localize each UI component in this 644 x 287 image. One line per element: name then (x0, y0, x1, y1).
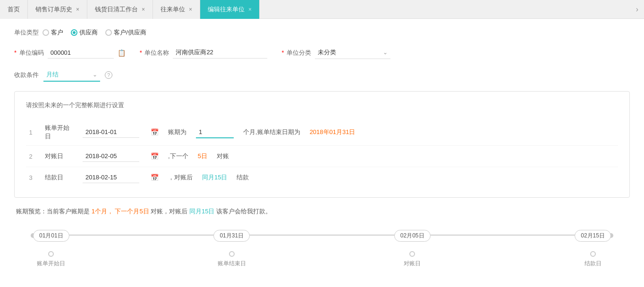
payment-row: 收款条件 月结 ⌄ ? (14, 68, 630, 82)
node-label-1: 账单开始日 (37, 260, 65, 268)
node-dot-2 (229, 251, 235, 257)
tab-cash-work[interactable]: 钱货日清工作台 × (87, 0, 153, 19)
close-partner-units[interactable]: × (189, 6, 192, 13)
main-content: 单位类型 客户 供应商 客户/供应商 * 单位编码 (0, 19, 644, 287)
desc-period-after: 个月,账单结束日期为 (243, 128, 300, 136)
preview-part2: 下一个月5日 (115, 208, 149, 215)
unit-category-select[interactable]: 未分类 ⌄ (315, 46, 390, 59)
node-dot-3 (409, 251, 415, 257)
setting-row-1: 1 账单开始日 📅 账期为 个月,账单结束日期为 2018年01月31日 (26, 119, 618, 146)
tab-sales-history[interactable]: 销售订单历史 × (28, 0, 87, 19)
unit-type-row: 单位类型 客户 供应商 客户/供应商 (14, 28, 630, 37)
radio-both-circle (105, 29, 112, 36)
preview-part2-suffix: 对账，对账后 (151, 208, 187, 215)
help-icon[interactable]: ? (105, 71, 112, 79)
unit-name-label: * 单位名称 (140, 49, 169, 57)
unit-info-row: * 单位编码 📋 * 单位名称 * 单位分类 未分类 ⌄ (14, 46, 630, 59)
node-dot-4 (590, 251, 596, 257)
row-label-1: 账单开始日 (45, 124, 73, 141)
radio-customer[interactable]: 客户 (42, 28, 63, 37)
row-num-3: 3 (26, 174, 35, 181)
preview-part3: 同月15日 (189, 208, 214, 215)
unit-type-field: 单位类型 客户 供应商 客户/供应商 (14, 28, 146, 37)
row-num-1: 1 (26, 129, 35, 136)
radio-supplier-label: 供应商 (79, 28, 98, 37)
payment-day-highlight: 同月15日 (202, 173, 227, 182)
radio-customer-circle (42, 29, 49, 36)
copy-icon[interactable]: 📋 (118, 49, 126, 57)
settings-panel: 请按照未来的一个完整帐期进行设置 1 账单开始日 📅 账期为 个月,账单结束日期… (14, 91, 630, 198)
start-date-input[interactable] (83, 127, 139, 138)
preview-section: 账期预览：当前客户账期是 1个月， 下一个月5日 对账，对账后 同月15日 该客… (14, 207, 630, 216)
tab-home[interactable]: 首页 (0, 0, 28, 19)
payment-condition-value: 月结 (46, 70, 93, 79)
desc-reconcile-1: ,下一个 (168, 152, 188, 160)
unit-name-input[interactable] (173, 47, 267, 59)
radio-group: 客户 供应商 客户/供应商 (42, 28, 146, 37)
desc-period-before: 账期为 (168, 128, 186, 136)
calendar-icon-3[interactable]: 📅 (151, 174, 159, 181)
reconcile-day-highlight: 5日 (198, 152, 207, 160)
radio-customer-label: 客户 (51, 28, 63, 37)
unit-code-field: * 单位编码 📋 (14, 47, 126, 59)
close-cash-work[interactable]: × (142, 6, 145, 13)
payment-condition-select[interactable]: 月结 ⌄ (43, 68, 100, 82)
reconcile-date-input[interactable] (83, 151, 139, 162)
desc-reconcile-2: 对账 (217, 152, 229, 160)
row-label-2: 对账日 (45, 152, 73, 160)
node-bubble-2: 01月31日 (213, 230, 250, 242)
close-edit-partner[interactable]: × (248, 6, 252, 13)
calendar-icon-2[interactable]: 📅 (151, 152, 159, 160)
timeline-node-2: 01月31日 账单结束日 (213, 230, 250, 268)
unit-category-value: 未分类 (318, 48, 383, 57)
radio-supplier[interactable]: 供应商 (71, 28, 98, 37)
unit-name-field: * 单位名称 (140, 47, 268, 59)
unit-category-label: * 单位分类 (281, 49, 311, 57)
unit-code-input[interactable] (48, 47, 114, 59)
row-num-2: 2 (26, 153, 35, 160)
timeline-node-3: 02月05日 对账日 (394, 230, 431, 268)
unit-category-field: * 单位分类 未分类 ⌄ (281, 46, 390, 59)
preview-suffix: 该客户会给我打款。 (216, 208, 271, 215)
payment-condition-label: 收款条件 (14, 71, 39, 79)
node-label-3: 对账日 (404, 260, 421, 268)
radio-both-label: 客户/供应商 (114, 28, 146, 37)
row-label-3: 结款日 (45, 173, 73, 182)
node-dot-1 (48, 251, 54, 257)
node-bubble-1: 01月01日 (33, 230, 69, 242)
payment-chevron-icon: ⌄ (93, 71, 97, 78)
tab-partner-units[interactable]: 往来单位 × (153, 0, 200, 19)
timeline-node-1: 01月01日 账单开始日 (33, 230, 69, 268)
desc-payment-2: 结款 (237, 173, 249, 182)
payment-date-input[interactable] (83, 172, 139, 183)
end-date-highlight: 2018年01月31日 (310, 128, 356, 136)
node-bubble-3: 02月05日 (394, 230, 431, 242)
calendar-icon-1[interactable]: 📅 (151, 128, 159, 136)
setting-row-2: 2 对账日 📅 ,下一个 5日 对账 (26, 146, 618, 167)
tab-expand-icon[interactable]: › (630, 5, 644, 14)
tab-edit-partner[interactable]: 编辑往来单位 × (200, 0, 260, 19)
panel-title: 请按照未来的一个完整帐期进行设置 (26, 101, 618, 110)
unit-code-label: * 单位编码 (14, 49, 44, 57)
radio-supplier-circle (71, 29, 77, 36)
timeline: 01月01日 账单开始日 01月31日 账单结束日 02月05日 对账日 (14, 225, 630, 282)
node-label-2: 账单结束日 (218, 260, 246, 268)
close-sales-history[interactable]: × (76, 6, 79, 13)
desc-payment-1: ，对账后 (168, 173, 193, 182)
chevron-down-icon: ⌄ (383, 49, 388, 56)
setting-row-3: 3 结款日 📅 ，对账后 同月15日 结款 (26, 167, 618, 188)
timeline-nodes: 01月01日 账单开始日 01月31日 账单结束日 02月05日 对账日 (14, 230, 630, 268)
node-label-4: 结款日 (585, 260, 602, 268)
node-bubble-4: 02月15日 (575, 230, 611, 242)
unit-type-label: 单位类型 (14, 28, 39, 37)
radio-both[interactable]: 客户/供应商 (105, 28, 146, 37)
preview-prefix: 账期预览：当前客户账期是 (16, 208, 90, 215)
timeline-node-4: 02月15日 结款日 (575, 230, 611, 268)
tab-bar: 首页 销售订单历史 × 钱货日清工作台 × 往来单位 × 编辑往来单位 × › (0, 0, 644, 19)
preview-part1: 1个月， (92, 208, 113, 215)
period-input[interactable] (196, 127, 234, 138)
